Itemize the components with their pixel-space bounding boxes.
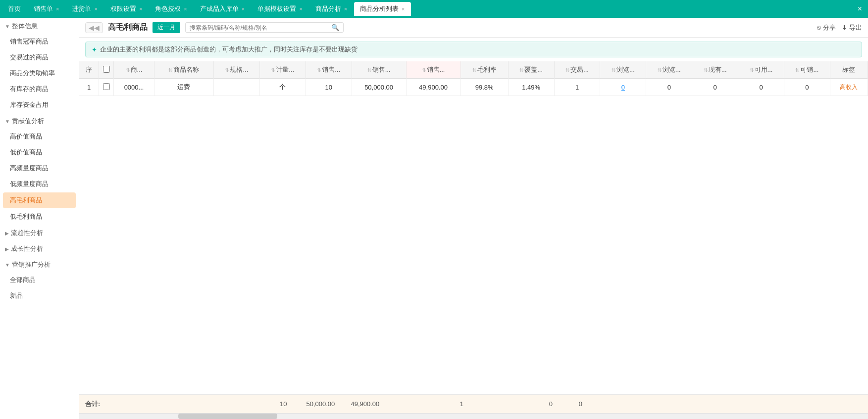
share-button[interactable]: ⎋ 分享 (817, 23, 836, 32)
footer-available: 0 (565, 400, 595, 408)
sidebar-item-high-margin[interactable]: 高毛利商品 (3, 192, 76, 208)
sort-icon-transaction: ⇅ (565, 67, 569, 73)
cell-spec (213, 79, 259, 96)
page-title: 高毛利商品 (108, 22, 148, 33)
date-filter-button[interactable]: 近一月 (153, 22, 180, 33)
col-sales-qty[interactable]: ⇅ 销售... (306, 61, 352, 79)
sidebar-item-product-category-assist[interactable]: 商品分类助销率 (0, 65, 79, 81)
tab-permission-setup[interactable]: 权限设置 × (104, 2, 148, 16)
col-available[interactable]: ⇅ 可用... (738, 61, 784, 79)
tab-purchase-order[interactable]: 进货单 × (66, 2, 103, 16)
col-checkbox (99, 61, 114, 79)
sort-icon-coverage: ⇅ (519, 67, 523, 73)
col-unit[interactable]: ⇅ 计量... (259, 61, 306, 79)
cell-sales-qty: 10 (306, 79, 352, 96)
footer-sales-profit: 49,900.00 (343, 400, 387, 408)
sort-icon-browse2: ⇅ (658, 67, 662, 73)
col-sales-amount[interactable]: ⇅ 销售... (352, 61, 406, 79)
collapse-sidebar-button[interactable]: ◀◀ (85, 22, 103, 33)
sidebar-item-all-products[interactable]: 全部商品 (0, 272, 79, 288)
select-all-checkbox[interactable] (103, 66, 110, 73)
sidebar-item-sales-ranking[interactable]: 销售冠军商品 (0, 34, 79, 49)
col-browse2[interactable]: ⇅ 浏览... (646, 61, 692, 79)
sidebar-item-low-freq[interactable]: 低频量度商品 (0, 176, 79, 192)
content-area: ◀◀ 高毛利商品 近一月 🔍 ⎋ 分享 ⬇ 导出 (79, 18, 868, 419)
col-gross-margin[interactable]: ⇅ 毛利率 (460, 61, 508, 79)
tab-product-entry[interactable]: 产成品入库单 × (194, 2, 251, 16)
sidebar-group-trend-analysis[interactable]: ▶ 流趋性分析 (0, 225, 79, 240)
horizontal-scrollbar[interactable] (79, 413, 868, 419)
tab-template-settings[interactable]: 单据模板设置 × (252, 2, 308, 16)
tab-close-role-permission[interactable]: × (184, 6, 187, 12)
col-spec[interactable]: ⇅ 规格... (213, 61, 259, 79)
col-browse1[interactable]: ⇅ 浏览... (600, 61, 646, 79)
export-button[interactable]: ⬇ 导出 (842, 23, 862, 32)
row-checkbox[interactable] (103, 83, 110, 90)
arrow-down-icon2: ▼ (5, 119, 10, 124)
sidebar-item-low-margin[interactable]: 低毛利商品 (0, 209, 79, 225)
col-transaction[interactable]: ⇅ 交易... (554, 61, 600, 79)
sort-icon-browse1: ⇅ (612, 67, 615, 73)
col-sales-profit[interactable]: ⇅ 销售... (406, 61, 460, 79)
tab-home[interactable]: 首页 (2, 2, 27, 16)
cell-browse2: 0 (646, 79, 692, 96)
sidebar-item-inventory-capital[interactable]: 库存资金占用 (0, 97, 79, 113)
col-current-stock[interactable]: ⇅ 现有... (692, 61, 738, 79)
tab-close-sales-order[interactable]: × (56, 6, 59, 12)
sidebar-item-high-freq[interactable]: 高频量度商品 (0, 160, 79, 176)
sort-icon-sales-profit: ⇅ (422, 67, 426, 73)
tab-close-product-entry[interactable]: × (242, 6, 245, 12)
table-row: 1 0000... 运费 个 10 50,000.00 49,900.00 99 (79, 79, 868, 96)
cell-browse1[interactable]: 0 (600, 79, 646, 96)
col-product-name[interactable]: ⇅ 商品名称 (154, 61, 213, 79)
tab-role-permission[interactable]: 角色授权 × (149, 2, 193, 16)
tab-sales-order[interactable]: 销售单 × (28, 2, 65, 16)
footer-sales-qty: 10 (268, 400, 298, 408)
sidebar-item-stocked-products[interactable]: 有库存的商品 (0, 81, 79, 97)
cell-coverage: 1.49% (508, 79, 554, 96)
tab-product-analysis-list[interactable]: 商品分析列表 × (354, 2, 410, 16)
cell-tag: 高收入 (830, 79, 868, 96)
sort-icon-sellable: ⇅ (795, 67, 799, 73)
tab-close-product-analysis-list[interactable]: × (402, 6, 405, 12)
sort-icon-current-stock: ⇅ (704, 67, 708, 73)
cell-unit: 个 (259, 79, 306, 96)
arrow-right-icon: ▶ (5, 231, 9, 236)
sort-icon-product-code: ⇅ (126, 67, 130, 73)
tab-close-template-settings[interactable]: × (299, 6, 302, 12)
sidebar-group-marketing-analysis[interactable]: ▼ 营销推广分析 (0, 256, 79, 272)
tab-close-purchase-order[interactable]: × (94, 6, 97, 12)
table-footer: 合计: 10 50,000.00 49,900.00 1 0 (79, 394, 868, 413)
arrow-down-icon3: ▼ (5, 262, 10, 268)
arrow-down-icon: ▼ (5, 24, 10, 29)
header-actions: ⎋ 分享 ⬇ 导出 (817, 23, 862, 32)
sidebar-item-traded-products[interactable]: 交易过的商品 (0, 49, 79, 65)
sidebar-group-growth-analysis[interactable]: ▶ 成长性分析 (0, 240, 79, 256)
sidebar-group-overall-info[interactable]: ▼ 整体信息 (0, 18, 79, 34)
col-sellable[interactable]: ⇅ 可销... (784, 61, 830, 79)
col-product-code[interactable]: ⇅ 商... (114, 61, 154, 79)
table-wrapper: 序 ⇅ 商... (79, 61, 868, 394)
scrollbar-thumb[interactable] (178, 414, 277, 419)
cell-available: 0 (738, 79, 784, 96)
footer-current-stock: 0 (536, 400, 565, 408)
close-all-tabs[interactable]: × (854, 4, 866, 13)
col-row-num: 序 (79, 61, 99, 79)
cell-sales-amount: 50,000.00 (352, 79, 406, 96)
share-icon: ⎋ (817, 24, 821, 31)
search-icon[interactable]: 🔍 (331, 24, 339, 31)
tab-close-permission-setup[interactable]: × (139, 6, 142, 12)
cell-gross-margin: 99.8% (460, 79, 508, 96)
sidebar-item-new-products[interactable]: 新品 (0, 288, 79, 304)
browse1-link[interactable]: 0 (621, 84, 625, 91)
search-input[interactable] (190, 24, 329, 31)
tab-product-analysis[interactable]: 商品分析 × (309, 2, 353, 16)
col-tag: 标签 (830, 61, 868, 79)
sidebar-group-financial-analysis[interactable]: ▼ 贡献值分析 (0, 113, 79, 129)
sidebar-item-low-price[interactable]: 低价值商品 (0, 144, 79, 160)
sidebar-item-high-price[interactable]: 高价值商品 (0, 129, 79, 144)
tab-close-product-analysis[interactable]: × (344, 6, 347, 12)
cell-current-stock: 0 (692, 79, 738, 96)
content-header: ◀◀ 高毛利商品 近一月 🔍 ⎋ 分享 ⬇ 导出 (79, 18, 868, 38)
col-coverage[interactable]: ⇅ 覆盖... (508, 61, 554, 79)
